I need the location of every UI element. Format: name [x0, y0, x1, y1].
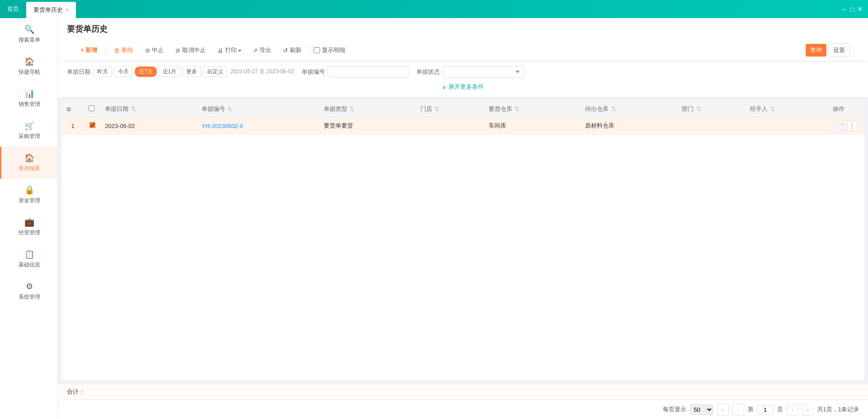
sidebar-item-purchase-mgmt[interactable]: 🛒 采购管理: [0, 114, 57, 147]
order-no-input[interactable]: [328, 66, 409, 77]
sidebar-item-sales-mgmt[interactable]: 📊 销售管理: [0, 82, 57, 114]
toolbar: + 新增 🗑 删除 ⊘ 中止 ⊘ 取消中止 🖨 打印 ▾: [67, 40, 859, 61]
main-layout: 🔍 搜索菜单 🏠 快捷导航 📊 销售管理 🛒 采购管理 🏠 库存核算 🔒 资金管…: [0, 18, 868, 419]
tab-home-label: 首页: [7, 5, 19, 13]
date-btn-last7days[interactable]: 近7天: [135, 67, 157, 77]
refresh-icon: ↺: [283, 47, 288, 54]
data-table: ⚙ 单据日期 ⇅ 单据编号 ⇅: [61, 101, 864, 135]
export-icon: ↗: [253, 47, 258, 54]
table-body: 1 2023-06-02 YH-20230602-0 要货单要货 车间库 原材料…: [61, 117, 864, 135]
status-select[interactable]: [443, 66, 524, 77]
sidebar: 🔍 搜索菜单 🏠 快捷导航 📊 销售管理 🛒 采购管理 🏠 库存核算 🔒 资金管…: [0, 18, 58, 419]
prev-page-btn[interactable]: ‹: [732, 404, 744, 415]
date-btn-last1month[interactable]: 近1月: [159, 67, 181, 77]
th-ops: 操作: [828, 101, 864, 117]
table-row: 1 2023-06-02 YH-20230602-0 要货单要货 车间库 原材料…: [61, 117, 864, 135]
sidebar-item-ops-mgmt[interactable]: 💼 经营管理: [0, 211, 57, 243]
date-btn-custom[interactable]: 自定义: [203, 67, 227, 77]
ops-mgmt-icon: 💼: [24, 217, 34, 227]
delete-button[interactable]: 🗑 删除: [109, 44, 138, 57]
sort-store-icon[interactable]: ⇅: [434, 105, 439, 112]
expand-conditions-button[interactable]: ∨ 展开更多条件: [439, 81, 487, 93]
tab-close-icon[interactable]: ×: [66, 7, 69, 13]
sidebar-item-quick-nav[interactable]: 🏠 快捷导航: [0, 50, 57, 82]
th-gear: ⚙: [61, 101, 84, 117]
td-num: 1: [61, 117, 84, 135]
row-more-icon[interactable]: ⋮: [847, 121, 857, 131]
sidebar-item-sys-mgmt-label: 系统管理: [19, 293, 40, 301]
export-button[interactable]: ↗ 导出: [248, 44, 276, 57]
settings-button[interactable]: 设置: [828, 43, 850, 57]
row-checkbox[interactable]: [90, 122, 95, 128]
sidebar-item-quick-nav-label: 快捷导航: [19, 68, 40, 76]
page-label: 第: [748, 405, 754, 414]
table-header-row: ⚙ 单据日期 ⇅ 单据编号 ⇅: [61, 101, 864, 117]
display-detail-checkbox[interactable]: [314, 47, 320, 53]
topbar: 首页 要货单历史 × ─ □ ×: [0, 0, 868, 18]
stop-button[interactable]: ⊘ 中止: [141, 44, 168, 57]
purchase-mgmt-icon: 🛒: [24, 121, 34, 131]
first-page-btn[interactable]: «: [717, 404, 729, 415]
page-input[interactable]: [757, 405, 774, 414]
date-btn-today[interactable]: 今天: [114, 67, 133, 77]
sidebar-item-sales-mgmt-label: 销售管理: [19, 100, 40, 108]
window-close-icon[interactable]: ×: [858, 5, 863, 14]
sort-dept-icon[interactable]: ⇅: [696, 105, 701, 112]
th-checkbox: [84, 101, 100, 117]
date-filter-label: 单据日期: [67, 68, 90, 76]
sidebar-item-basic-info[interactable]: 📋 基础信息: [0, 243, 57, 275]
pagination: 每页显示 50 10 20 100 « ‹ 第 页 › » 共1页，1条记录: [58, 400, 868, 419]
print-button[interactable]: 🖨 打印 ▾: [213, 44, 245, 57]
sort-date-icon[interactable]: ⇅: [131, 105, 136, 112]
sidebar-item-search-menu-label: 搜索菜单: [19, 36, 40, 44]
th-store: 门店 ⇅: [416, 101, 484, 117]
sidebar-item-ops-mgmt-label: 经营管理: [19, 229, 40, 237]
basic-info-icon: 📋: [24, 249, 34, 259]
td-req-warehouse: 车间库: [484, 117, 581, 135]
toolbar-right: 查询 设置: [806, 43, 850, 57]
maximize-icon[interactable]: □: [850, 5, 854, 13]
td-no-link[interactable]: YH-20230602-0: [202, 123, 243, 129]
tab-home[interactable]: 首页: [0, 0, 26, 18]
cancel-stop-button[interactable]: ⊘ 取消中止: [171, 44, 210, 57]
sort-handler-icon[interactable]: ⇅: [770, 105, 775, 112]
stop-icon: ⊘: [145, 47, 150, 54]
sort-no-icon[interactable]: ⇅: [227, 105, 232, 112]
date-btn-more[interactable]: 更多: [182, 67, 201, 77]
sales-mgmt-icon: 📊: [24, 89, 34, 99]
query-button[interactable]: 查询: [806, 44, 826, 57]
summary-label: 合计：: [67, 388, 85, 396]
sort-pending-warehouse-icon[interactable]: ⇅: [611, 105, 616, 112]
page-suffix: 页: [777, 405, 783, 414]
tab-requisition-history[interactable]: 要货单历史 ×: [26, 2, 76, 18]
sidebar-item-sys-mgmt[interactable]: ⚙ 系统管理: [0, 275, 57, 307]
refresh-button[interactable]: ↺ 刷新: [278, 44, 306, 57]
gear-settings-icon[interactable]: ⚙: [66, 106, 71, 113]
last-page-btn[interactable]: »: [802, 404, 814, 415]
row-view-icon[interactable]: 📄: [835, 121, 845, 131]
select-all-checkbox[interactable]: [89, 105, 94, 111]
page-header: 要货单历史 + 新增 🗑 删除 ⊘ 中止 ⊘ 取消中止 🖨: [58, 18, 868, 62]
sidebar-item-finance-mgmt[interactable]: 🔒 资金管理: [0, 179, 57, 211]
minimize-icon[interactable]: ─: [842, 5, 847, 13]
sidebar-item-inventory[interactable]: 🏠 库存核算: [0, 147, 57, 179]
display-detail-label[interactable]: 显示明细: [314, 46, 345, 54]
status-label: 单据状态: [416, 68, 440, 76]
print-dropdown-icon: ▾: [239, 48, 241, 53]
th-date: 单据日期 ⇅: [100, 101, 197, 117]
per-page-select[interactable]: 50 10 20 100: [690, 405, 713, 415]
total-info: 共1页，1条记录: [817, 405, 859, 414]
search-menu-icon: 🔍: [24, 24, 34, 34]
date-btn-yesterday[interactable]: 昨天: [93, 67, 112, 77]
filter-group-order-no: 单据编号: [302, 66, 409, 77]
sort-req-warehouse-icon[interactable]: ⇅: [514, 105, 519, 112]
next-page-btn[interactable]: ›: [787, 404, 798, 415]
sidebar-item-search-menu[interactable]: 🔍 搜索菜单: [0, 18, 57, 50]
date-shortcut-btns: 昨天 今天 近7天 近1月 更多 自定义: [93, 67, 227, 77]
new-button[interactable]: + 新增: [76, 44, 102, 57]
table-footer: 合计：: [58, 384, 868, 400]
sort-type-icon[interactable]: ⇅: [349, 105, 354, 112]
window-controls: ─ □ ×: [842, 5, 863, 14]
th-no: 单据编号 ⇅: [197, 101, 319, 117]
sidebar-item-purchase-mgmt-label: 采购管理: [19, 133, 40, 140]
